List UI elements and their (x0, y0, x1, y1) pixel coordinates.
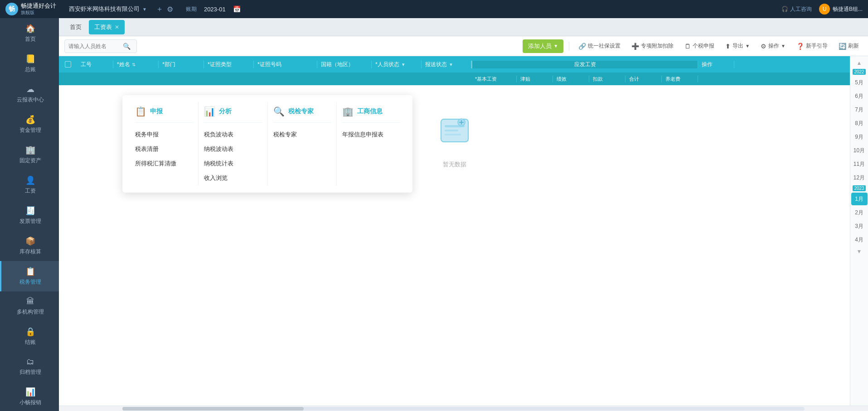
search-icon[interactable]: 🔍 (123, 43, 131, 50)
scroll-thumb[interactable] (122, 407, 304, 411)
help-button[interactable]: 🎧 人工咨询 (781, 5, 812, 13)
scroll-up-button[interactable]: ▲ (853, 59, 866, 67)
scroll-down-button[interactable]: ▼ (853, 247, 866, 256)
filter-status-icon[interactable]: ▼ (401, 62, 406, 67)
sidebar-item-multi[interactable]: 🏛 多机构管理 (0, 291, 59, 321)
analysis-title: 分析 (219, 107, 232, 116)
month-2022-12[interactable]: 12月 (851, 171, 868, 184)
user-info[interactable]: U 畅捷通B组... (819, 4, 863, 15)
app-edition: 旗舰版 (21, 10, 56, 16)
th-name: *姓名 ⇅ (113, 61, 159, 68)
social-icon: 🔗 (578, 43, 586, 50)
add-person-button[interactable]: 添加人员 ▼ (523, 39, 563, 53)
help-label: 人工咨询 (790, 5, 812, 13)
sidebar-item-inventory[interactable]: 📦 库存核算 (0, 231, 59, 261)
th-report-status: 报送状态 ▼ (422, 61, 471, 68)
refresh-button[interactable]: 🔄 刷新 (835, 40, 863, 52)
xiao-icon: 📊 (25, 387, 35, 397)
tax-icon: 📋 (25, 266, 35, 276)
sidebar-item-home[interactable]: 🏠 首页 (0, 18, 59, 48)
dropdown-item-tax-nav[interactable]: 纳税波动表 (204, 142, 262, 156)
sidebar-item-fund[interactable]: 💰 资金管理 (0, 109, 59, 140)
dropdown-col-header-bizinfo: 🏢 工商信息 (342, 102, 400, 123)
tab-salary[interactable]: 工资表 ✕ (89, 20, 125, 34)
sidebar-item-tax[interactable]: 📋 税务管理 (0, 261, 59, 291)
th-checkbox[interactable] (59, 61, 77, 68)
export-label: 导出 (732, 42, 743, 50)
dropdown-item-annual-report[interactable]: 年报信息申报表 (342, 127, 400, 142)
dropdown-item-income-browser[interactable]: 收入浏览 (204, 171, 262, 185)
sidebar-item-xiao[interactable]: 📊 小畅报销 (0, 382, 59, 411)
sidebar-item-close[interactable]: 🔒 结账 (0, 321, 59, 352)
special-deduction-button[interactable]: ➕ 专项附加扣除 (628, 40, 677, 52)
sidebar-item-salary[interactable]: 👤 工资 (0, 170, 59, 200)
social-label: 统一社保设置 (588, 42, 621, 50)
month-2023-3[interactable]: 3月 (851, 220, 868, 232)
month-2023-1[interactable]: 1月 (851, 193, 868, 205)
dropdown-item-tax-table[interactable]: 税表清册 (135, 142, 193, 156)
fund-icon: 💰 (25, 115, 35, 125)
tab-close-icon[interactable]: ✕ (115, 24, 119, 30)
month-2022-9[interactable]: 9月 (851, 131, 868, 143)
th-performance: 绩效 (553, 76, 589, 82)
operation-arrow: ▼ (781, 44, 786, 48)
th-pension: 养老费 (662, 76, 698, 82)
calendar-icon[interactable]: 📅 (233, 5, 241, 13)
dropdown-item-expert[interactable]: 税检专家 (273, 127, 331, 142)
sidebar-item-ledger[interactable]: 📒 总账 (0, 48, 59, 79)
sidebar-label-ledger: 总账 (25, 66, 36, 73)
dropdown-item-tax-report[interactable]: 税务申报 (135, 127, 193, 142)
headset-icon: 🎧 (781, 6, 788, 12)
top-actions: ＋ ⚙ (156, 5, 173, 14)
tax-declare-button[interactable]: 🗒 个税申报 (681, 40, 718, 52)
asset-icon: 🏢 (25, 145, 35, 155)
month-2022-8[interactable]: 8月 (851, 117, 868, 130)
th-operation: 操作 (698, 61, 734, 68)
search-input[interactable] (68, 43, 123, 49)
th-id-num: *证照号码 (254, 61, 317, 68)
filter-report-icon[interactable]: ▼ (449, 62, 453, 67)
sidebar-item-cloud[interactable]: ☁ 云报表中心 (0, 79, 59, 109)
sidebar-label-cloud: 云报表中心 (17, 96, 44, 104)
svg-rect-2 (445, 130, 458, 131)
scroll-track[interactable] (122, 407, 805, 411)
invoice-icon: 🧾 (25, 206, 35, 216)
company-selector[interactable]: 西安虾米网络科技有限公司 ▼ (69, 5, 147, 13)
export-button[interactable]: ⬆ 导出 ▼ (722, 40, 753, 52)
content-area: 首页 工资表 ✕ 🔍 添加人员 ▼ 🔗 统一社保设置 (59, 18, 868, 411)
period-value: 2023-01 (204, 6, 226, 13)
month-2022-7[interactable]: 7月 (851, 103, 868, 116)
sidebar-item-invoice[interactable]: 🧾 发票管理 (0, 200, 59, 231)
user-avatar: U (819, 4, 830, 15)
operation-icon: ⚙ (761, 43, 766, 50)
social-insurance-button[interactable]: 🔗 统一社保设置 (575, 40, 624, 52)
sidebar-item-asset[interactable]: 🏢 固定资产 (0, 140, 59, 170)
month-2022-6[interactable]: 6月 (851, 90, 868, 102)
settings-icon[interactable]: ⚙ (167, 5, 173, 14)
sidebar-label-xiao: 小畅报销 (19, 399, 41, 406)
month-2022-10[interactable]: 10月 (851, 144, 868, 157)
operation-button[interactable]: ⚙ 操作 ▼ (757, 40, 789, 52)
dropdown-col-header-expert: 🔍 税检专家 (273, 102, 331, 123)
sidebar: 🏠 首页 📒 总账 ☁ 云报表中心 💰 资金管理 🏢 固定资产 👤 工资 🧾 发… (0, 18, 59, 411)
month-2023-2[interactable]: 2月 (851, 206, 868, 219)
sort-name-icon[interactable]: ⇅ (132, 62, 136, 67)
bottom-scrollbar (59, 406, 868, 411)
expert-title: 税检专家 (288, 107, 314, 116)
dropdown-item-tax-fluctuation[interactable]: 税负波动表 (204, 127, 262, 142)
guide-button[interactable]: ❓ 新手引导 (793, 40, 831, 52)
toolbar: 🔍 添加人员 ▼ 🔗 统一社保设置 ➕ 专项附加扣除 🗒 个税申报 ⬆ (59, 36, 868, 56)
sidebar-label-home: 首页 (25, 35, 36, 43)
sidebar-item-archive[interactable]: 🗂 归档管理 (0, 352, 59, 382)
dropdown-item-income-calc[interactable]: 所得税汇算清缴 (135, 156, 193, 171)
add-company-icon[interactable]: ＋ (156, 5, 163, 14)
month-2022-5[interactable]: 5月 (851, 76, 868, 89)
select-all-checkbox[interactable] (65, 61, 71, 68)
tab-home[interactable]: 首页 (64, 20, 87, 34)
month-2023-4[interactable]: 4月 (851, 233, 868, 246)
guide-label: 新手引导 (806, 42, 828, 50)
month-2022-11[interactable]: 11月 (851, 158, 868, 170)
dropdown-item-tax-stats[interactable]: 纳税统计表 (204, 156, 262, 171)
dropdown-columns: 📋 申报 税务申报 税表清册 所得税汇算清缴 📊 分析 税负波动表 (130, 102, 405, 185)
sidebar-label-fund: 资金管理 (19, 126, 41, 134)
